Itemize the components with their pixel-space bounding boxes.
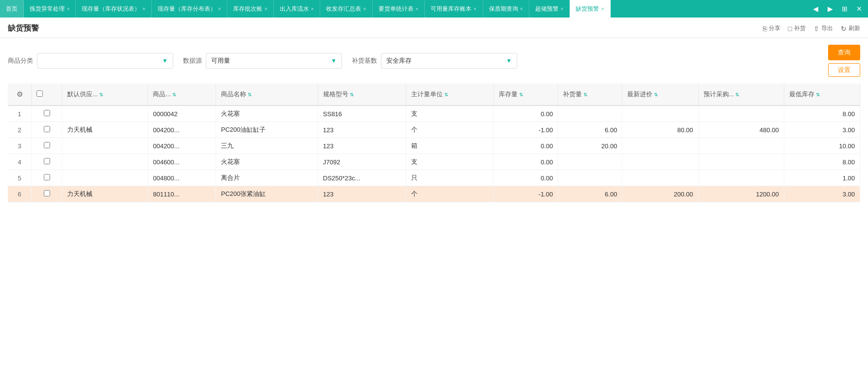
sort-restock-icon: ⇅ <box>583 92 587 97</box>
th-settings[interactable]: ⚙ <box>8 84 32 106</box>
cell-price-3 <box>622 138 698 154</box>
th-spec[interactable]: 规格型号 ⇅ <box>318 84 406 106</box>
cell-price-5 <box>622 170 698 186</box>
tab-batch[interactable]: 库存批次账 × <box>227 0 273 18</box>
th-restock[interactable]: 补货量 ⇅ <box>558 84 622 106</box>
query-button[interactable]: 查询 <box>828 45 860 60</box>
tab-proc-exc[interactable]: 拣货异常处理 × <box>24 0 76 18</box>
close-tab-shortage[interactable]: × <box>601 6 604 12</box>
sort-stock-icon: ⇅ <box>519 92 523 97</box>
export-icon: ⇧ <box>814 25 819 33</box>
cell-stock-2: -1.00 <box>494 122 558 138</box>
tab-inout[interactable]: 出入库流水 × <box>274 0 320 18</box>
tab-avail[interactable]: 可用量库存账本 × <box>425 0 483 18</box>
cell-code-6: 801110... <box>148 186 216 202</box>
cell-unit-3: 箱 <box>406 138 494 154</box>
cell-code-5: 004800... <box>148 170 216 186</box>
nav-next-button[interactable]: ▶ <box>823 2 837 16</box>
close-tab-proc-exc[interactable]: × <box>67 6 70 12</box>
th-default-supplier[interactable]: 默认供应... ⇅ <box>62 84 148 106</box>
cell-restock-1 <box>558 106 622 122</box>
close-tab-overstock[interactable]: × <box>561 6 563 12</box>
th-unit[interactable]: 主计量单位 ⇅ <box>406 84 494 106</box>
table-header-row: ⚙ 默认供应... ⇅ 商品... ⇅ <box>8 84 860 106</box>
tab-inv-status[interactable]: 现存量（库存状况表） × <box>76 0 151 18</box>
nav-prev-button[interactable]: ◀ <box>809 2 822 16</box>
th-stock[interactable]: 库存量 ⇅ <box>494 84 558 106</box>
cell-price-1 <box>622 106 698 122</box>
page-title: 缺货预警 <box>8 23 763 34</box>
tab-expire[interactable]: 保质期查询 × <box>483 0 529 18</box>
filter-actions: 查询 设置 <box>828 45 860 77</box>
gear-icon[interactable]: ⚙ <box>13 88 26 101</box>
restock-button[interactable]: □ 补货 <box>788 24 806 33</box>
cell-stock-4: 0.00 <box>494 154 558 170</box>
row-checkbox-4[interactable] <box>32 154 62 170</box>
sort-supplier-icon: ⇅ <box>99 92 103 97</box>
cell-est-4 <box>698 154 784 170</box>
tab-inv-dist[interactable]: 现存量（库存分布表） × <box>152 0 227 18</box>
row-checkbox-3[interactable] <box>32 138 62 154</box>
cell-est-5 <box>698 170 784 186</box>
row-num-3: 3 <box>8 138 32 154</box>
refresh-button[interactable]: ↻ 刷新 <box>841 24 860 33</box>
close-tab-batch[interactable]: × <box>264 6 267 12</box>
th-product-code[interactable]: 商品... ⇅ <box>148 84 216 106</box>
tab-overstock[interactable]: 超储预警 × <box>529 0 570 18</box>
settings-button[interactable]: 设置 <box>828 63 860 77</box>
close-tab-inout[interactable]: × <box>311 6 314 12</box>
row-checkbox-1[interactable] <box>32 106 62 122</box>
cell-supplier-6: 力天机械 <box>62 186 148 202</box>
sort-price-icon: ⇅ <box>654 92 658 97</box>
table-row: 6 力天机械 801110... PC200张紧油缸 123 个 -1.00 6… <box>8 186 860 202</box>
page-header: 缺货预警 ⎘ 分享 □ 补货 ⇧ 导出 ↻ 刷新 <box>0 18 868 38</box>
sort-min-icon: ⇅ <box>816 92 820 97</box>
cell-price-4 <box>622 154 698 170</box>
th-est-purchase[interactable]: 预计采购... ⇅ <box>698 84 784 106</box>
th-latest-price[interactable]: 最新进价 ⇅ <box>622 84 698 106</box>
export-button[interactable]: ⇧ 导出 <box>814 24 833 33</box>
cell-stock-5: 0.00 <box>494 170 558 186</box>
row-num-4: 4 <box>8 154 32 170</box>
nav-restore-button[interactable]: ⊞ <box>838 2 851 16</box>
row-checkbox-2[interactable] <box>32 122 62 138</box>
table-row: 2 力天机械 004200... PC200油缸缸子 123 个 -1.00 6… <box>8 122 860 138</box>
cell-minstock-1: 8.00 <box>784 106 860 122</box>
cell-spec-1: SS816 <box>318 106 406 122</box>
th-product-name[interactable]: 商品名称 ⇅ <box>216 84 318 106</box>
restock-base-value: 安全库存 <box>386 56 502 65</box>
sort-unit-icon: ⇅ <box>444 92 448 97</box>
cell-supplier-1 <box>62 106 148 122</box>
close-tab-inv-dist[interactable]: × <box>218 6 221 12</box>
close-tab-inv-status[interactable]: × <box>142 6 145 12</box>
restock-icon: □ <box>788 25 792 33</box>
table-row: 3 004200... 三九 123 箱 0.00 20.00 10.00 <box>8 138 860 154</box>
table-row: 4 004600... 火花塞 J7092 支 0.00 8.00 <box>8 154 860 170</box>
row-checkbox-5[interactable] <box>32 170 62 186</box>
select-all-checkbox[interactable] <box>36 90 43 97</box>
category-select[interactable]: ▼ <box>37 53 173 69</box>
table-row: 1 0000042 火花塞 SS816 支 0.00 8.00 <box>8 106 860 122</box>
nav-close-button[interactable]: ✕ <box>852 2 866 16</box>
restock-base-select[interactable]: 安全库存 ▼ <box>381 53 517 69</box>
row-checkbox-6[interactable] <box>32 186 62 202</box>
restock-base-chevron-icon: ▼ <box>506 57 512 64</box>
tab-recv[interactable]: 收发存汇总表 × <box>320 0 372 18</box>
datasource-filter-group: 数据源 可用量 ▼ <box>183 53 342 69</box>
th-min-stock[interactable]: 最低库存 ⇅ <box>784 84 860 106</box>
tab-shortage[interactable]: 缺货预警 × <box>570 0 610 18</box>
close-tab-avail[interactable]: × <box>473 6 476 12</box>
datasource-select[interactable]: 可用量 ▼ <box>206 53 342 69</box>
cell-spec-3: 123 <box>318 138 406 154</box>
cell-supplier-3 <box>62 138 148 154</box>
cell-unit-4: 支 <box>406 154 494 170</box>
sort-spec-icon: ⇅ <box>350 92 354 97</box>
share-button[interactable]: ⎘ 分享 <box>763 24 780 33</box>
close-tab-recv[interactable]: × <box>363 6 366 12</box>
close-tab-req-stat[interactable]: × <box>416 6 418 12</box>
tab-req-stat[interactable]: 要货单统计表 × <box>373 0 425 18</box>
close-tab-expire[interactable]: × <box>520 6 523 12</box>
tab-home[interactable]: 首页 <box>0 0 24 18</box>
cell-stock-3: 0.00 <box>494 138 558 154</box>
cell-spec-6: 123 <box>318 186 406 202</box>
